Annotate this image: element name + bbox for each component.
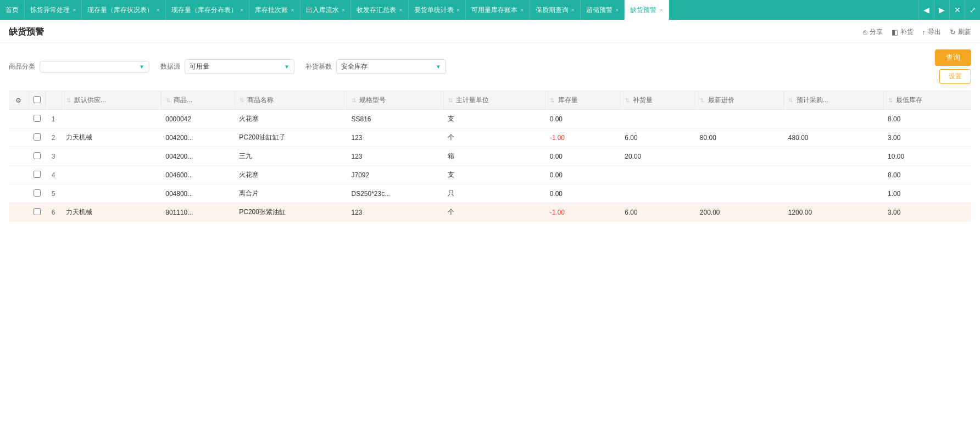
close-tab-exception[interactable]: × [73,7,76,13]
th-product-name[interactable]: ⇅ 商品名称 [235,91,347,110]
category-label: 商品分类 [9,62,35,71]
cell-min-stock-5: 3.00 [883,203,971,222]
cell-product-code-5: 801110... [161,203,235,222]
page-title: 缺货预警 [9,26,44,38]
cell-stock-5: -1.00 [545,203,621,222]
tab-batch-account[interactable]: 库存批次账 × [249,0,300,20]
sort-product-name-icon: ⇅ [240,97,244,103]
close-tab-shortage[interactable]: × [659,7,662,13]
row-checkbox-1[interactable] [34,133,41,141]
cell-replenish-qty-0 [620,110,695,128]
datasource-filter-group: 数据源 可用量 ▼ [160,59,294,74]
cell-estimated-purchase-4 [784,184,883,203]
cell-spec-5: 123 [347,203,443,222]
table-row: 3 004200... 三九 123 箱 0.00 20.00 10.00 [9,147,971,166]
datasource-select[interactable]: 可用量 ▼ [185,59,294,74]
select-all-checkbox[interactable] [34,96,41,103]
tab-exception[interactable]: 拣货异常处理 × [25,0,82,20]
gear-icon[interactable]: ⚙ [15,97,21,104]
row-checkbox-0[interactable] [34,115,41,122]
cell-product-name-2: 三九 [235,147,347,166]
tab-fullscreen-button[interactable]: ⤢ [965,0,980,20]
share-button[interactable]: ⎋ 分享 [863,27,883,37]
cell-num-1: 2 [45,128,62,147]
replenish-basis-dropdown-icon: ▼ [436,64,441,70]
replenish-button[interactable]: ◧ 补货 [892,27,914,37]
cell-supplier-1: 力天机械 [62,128,161,147]
close-tab-requisition-stats[interactable]: × [456,7,460,13]
refresh-button[interactable]: ↻ 刷新 [950,27,971,37]
tab-inventory-status[interactable]: 现存量（库存状况表） × [82,0,165,20]
cell-replenish-qty-4 [620,184,695,203]
cell-checkbox-4[interactable] [29,184,45,203]
cell-latest-price-2 [695,147,784,166]
tab-home[interactable]: 首页 [0,0,25,20]
tab-prev-button[interactable]: ◀ [918,0,934,20]
cell-unit-5: 个 [443,203,545,222]
cell-estimated-purchase-0 [784,110,883,128]
settings-button[interactable]: 设置 [939,69,971,84]
table-row: 4 004600... 火花塞 J7092 支 0.00 8.00 [9,166,971,184]
th-spec[interactable]: ⇅ 规格型号 [347,91,443,110]
category-select[interactable]: ▼ [40,61,149,72]
query-button[interactable]: 查询 [935,49,971,66]
tab-requisition-stats[interactable]: 要货单统计表 × [409,0,466,20]
close-tab-inventory-dist[interactable]: × [240,7,243,13]
tab-in-out-flow[interactable]: 出入库流水 × [300,0,351,20]
cell-checkbox-0[interactable] [29,110,45,128]
th-gear[interactable]: ⚙ [9,91,29,110]
cell-min-stock-1: 3.00 [883,128,971,147]
tab-navigation: ◀ ▶ ✕ ⤢ [918,0,980,20]
th-latest-price[interactable]: ⇅ 最新进价 [695,91,784,110]
cell-num-5: 6 [45,203,62,222]
th-estimated-purchase[interactable]: ⇅ 预计采购... [784,91,883,110]
tab-available-ledger[interactable]: 可用量库存账本 × [466,0,530,20]
close-tab-overstock[interactable]: × [615,7,619,13]
category-filter-group: 商品分类 ▼ [9,61,149,72]
cell-checkbox-5[interactable] [29,203,45,222]
th-min-stock[interactable]: ⇅ 最低库存 [883,91,971,110]
close-tab-collection[interactable]: × [399,7,402,13]
cell-supplier-3 [62,166,161,184]
cell-latest-price-3 [695,166,784,184]
th-stock[interactable]: ⇅ 库存量 [545,91,621,110]
main-content: 缺货预警 ⎋ 分享 ◧ 补货 ↑ 导出 ↻ 刷新 商品分类 [0,20,980,437]
cell-checkbox-2[interactable] [29,147,45,166]
close-tab-inventory-status[interactable]: × [156,7,159,13]
row-checkbox-4[interactable] [34,189,41,197]
th-replenish-qty[interactable]: ⇅ 补货量 [620,91,695,110]
cell-checkbox-1[interactable] [29,128,45,147]
th-product-code[interactable]: ⇅ 商品... [161,91,235,110]
tab-collection[interactable]: 收发存汇总表 × [351,0,408,20]
row-checkbox-5[interactable] [34,208,41,215]
cell-gear-0 [9,110,29,128]
row-checkbox-3[interactable] [34,171,41,178]
replenish-basis-select[interactable]: 安全库存 ▼ [336,59,446,74]
cell-unit-4: 只 [443,184,545,203]
shortage-table: ⚙ ⇅ 默认供应... ⇅ 商品... ⇅ [9,91,971,222]
th-unit[interactable]: ⇅ 主计量单位 [443,91,545,110]
tab-close-button[interactable]: ✕ [949,0,965,20]
close-tab-available-ledger[interactable]: × [520,7,524,13]
close-tab-in-out-flow[interactable]: × [342,7,345,13]
close-tab-batch-account[interactable]: × [291,7,294,13]
th-checkbox[interactable] [29,91,45,110]
cell-stock-0: 0.00 [545,110,621,128]
cell-estimated-purchase-3 [784,166,883,184]
tab-next-button[interactable]: ▶ [934,0,949,20]
cell-checkbox-3[interactable] [29,166,45,184]
th-supplier[interactable]: ⇅ 默认供应... [62,91,161,110]
cell-gear-5 [9,203,29,222]
tab-inventory-dist[interactable]: 现存量（库存分布表） × [166,0,249,20]
row-checkbox-2[interactable] [34,152,41,159]
close-tab-expiry-query[interactable]: × [571,7,575,13]
cell-spec-1: 123 [347,128,443,147]
tab-shortage[interactable]: 缺货预警 × [625,0,669,20]
cell-unit-2: 箱 [443,147,545,166]
export-button[interactable]: ↑ 导出 [922,27,942,37]
tab-expiry-query[interactable]: 保质期查询 × [530,0,581,20]
cell-latest-price-0 [695,110,784,128]
cell-gear-1 [9,128,29,147]
tab-overstock[interactable]: 超储预警 × [581,0,625,20]
cell-replenish-qty-5: 6.00 [620,203,695,222]
